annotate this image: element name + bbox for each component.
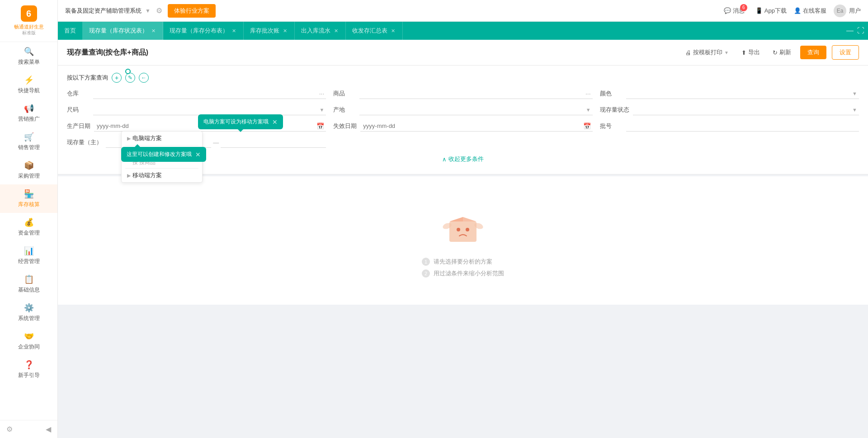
hint-num-1: 1	[422, 258, 430, 266]
batch-input[interactable]	[626, 121, 859, 131]
tabbar: 首页 现存量（库存状况表） ✕ 现存量（库存分布表） ✕ 库存批次账 ✕ 出入库…	[58, 22, 868, 40]
tab-close-inventory-status[interactable]: ✕	[151, 27, 156, 35]
exp-date-cal-icon[interactable]: 📅	[581, 122, 593, 130]
tab-close-inventory-dist[interactable]: ✕	[231, 27, 237, 35]
scheme-desktop-item[interactable]: ▶ 电脑端方案	[122, 132, 202, 145]
sidebar-item-inventory[interactable]: 🏪 库存核算	[0, 184, 57, 213]
settings-footer-icon[interactable]: ⚙	[6, 425, 13, 433]
template-print-btn[interactable]: 🖨 按模板打印 ▼	[682, 47, 732, 58]
goods-input[interactable]	[359, 88, 584, 99]
empty-hints: 1 请先选择要分析的方案 2 用过滤条件来缩小分析范围	[422, 258, 504, 278]
tooltip-scheme-close[interactable]: ✕	[272, 118, 278, 126]
inv-status-input[interactable]	[633, 104, 850, 115]
trial-button[interactable]: 体验行业方案	[168, 4, 216, 18]
size-input[interactable]	[93, 104, 317, 115]
app-download-btn[interactable]: 📱 App下载	[755, 7, 787, 15]
warehouse-dots-icon[interactable]: ···	[317, 90, 326, 97]
collapse-icon: ∧	[442, 156, 447, 163]
tooltip-scheme: 电脑方案可设为移动方案哦 ✕	[198, 114, 283, 129]
refresh-btn[interactable]: ↻ 刷新	[769, 47, 795, 58]
tabbar-controls: — ⛶	[843, 27, 868, 35]
origin-input[interactable]	[359, 104, 584, 115]
size-arrow-icon[interactable]: ▼	[317, 107, 326, 113]
message-btn[interactable]: 💬 消息 6	[724, 7, 745, 15]
tab-close-in-out-flow[interactable]: ✕	[333, 27, 339, 35]
sidebar-item-enterprise[interactable]: 🤝 企业协同	[0, 327, 57, 355]
exp-date-input[interactable]	[360, 121, 581, 131]
sidebar-item-finance[interactable]: 💰 资金管理	[0, 213, 57, 241]
basic-icon: 📋	[24, 274, 34, 284]
prod-date-cal-icon[interactable]: 📅	[315, 122, 326, 130]
system-dropdown-arrow[interactable]: ▼	[145, 8, 151, 14]
sidebar-item-marketing[interactable]: 📢 营销推广	[0, 99, 57, 127]
sidebar-item-operations[interactable]: 📊 经营管理	[0, 241, 57, 270]
tooltip-scheme-text: 电脑方案可设为移动方案哦	[203, 118, 269, 126]
page-header: 现存量查询(按仓库+商品) 🖨 按模板打印 ▼ ⬆ 导出 ↻ 刷新 查询 设置	[58, 40, 868, 66]
color-input-wrapper: ▼	[626, 88, 859, 99]
sidebar-label-guide: 新手引导	[18, 372, 40, 379]
sidebar-label-basic: 基础信息	[18, 286, 40, 294]
print-dropdown-icon: ▼	[724, 50, 729, 55]
empty-state: 1 请先选择要分析的方案 2 用过滤条件来缩小分析范围	[58, 176, 868, 305]
user-btn[interactable]: Ea 用户	[834, 5, 861, 17]
query-button[interactable]: 查询	[800, 46, 826, 59]
inv-qty-max-input[interactable]	[221, 137, 326, 148]
refresh-icon: ↻	[773, 49, 778, 56]
tooltip-create-close[interactable]: ✕	[195, 151, 201, 158]
sidebar-item-purchase[interactable]: 📦 采购管理	[0, 156, 57, 184]
warehouse-input[interactable]	[93, 88, 317, 99]
sidebar-item-sales[interactable]: 🛒 销售管理	[0, 127, 57, 156]
scheme-mobile-item[interactable]: ▶ 移动端方案	[122, 169, 202, 182]
filter-row-1: 仓库 ··· 商品 ··· 颜色	[67, 88, 859, 99]
color-arrow-icon[interactable]: ▼	[850, 91, 859, 96]
logo-icon: 6	[21, 5, 37, 22]
tab-batch-account[interactable]: 库存批次账 ✕	[244, 22, 295, 40]
add-scheme-btn[interactable]: +	[112, 73, 122, 83]
edit-scheme-btn[interactable]: ✎	[125, 73, 135, 83]
search-icon: 🔍	[24, 47, 34, 57]
inv-status-wrapper: ▼	[633, 104, 859, 115]
tab-expand-icon[interactable]: ⛶	[857, 27, 864, 35]
goods-dots-icon[interactable]: ···	[584, 90, 593, 97]
sidebar-label-quick: 快捷导航	[18, 87, 40, 94]
sidebar-logo: 6 畅通道好生意 标准版	[0, 0, 57, 42]
sidebar-item-basic[interactable]: 📋 基础信息	[0, 270, 57, 298]
tab-home[interactable]: 首页	[58, 22, 83, 40]
filter-field-origin: 产地 ▼	[333, 104, 592, 115]
reset-button[interactable]: 设置	[832, 45, 859, 60]
size-label: 尺码	[67, 106, 90, 114]
tab-close-batch-account[interactable]: ✕	[282, 27, 288, 35]
filter-field-size: 尺码 ▼	[67, 104, 326, 115]
inv-status-arrow-icon[interactable]: ▼	[850, 107, 859, 113]
tab-close-collect-send[interactable]: ✕	[390, 27, 396, 35]
sidebar-label-operations: 经营管理	[18, 258, 40, 265]
topbar-settings-icon[interactable]: ⚙	[156, 6, 162, 15]
tab-inventory-status[interactable]: 现存量（库存状况表） ✕	[83, 22, 163, 40]
origin-arrow-icon[interactable]: ▼	[584, 107, 593, 113]
tab-inventory-dist[interactable]: 现存量（库存分布表） ✕	[163, 22, 244, 40]
back-scheme-btn[interactable]: ←	[139, 73, 149, 83]
sidebar-footer: ⚙ ◀	[0, 420, 57, 438]
hint-text-2: 用过滤条件来缩小分析范围	[434, 269, 504, 278]
sidebar-item-guide[interactable]: ❓ 新手引导	[0, 355, 57, 384]
collapse-sidebar-icon[interactable]: ◀	[46, 425, 51, 433]
tab-in-out-flow[interactable]: 出入库流水 ✕	[295, 22, 346, 40]
tab-minimize-icon[interactable]: —	[846, 27, 854, 35]
user-name: 用户	[849, 7, 861, 15]
sidebar-item-search[interactable]: 🔍 搜索菜单	[0, 42, 57, 71]
filter-area: 按以下方案查询 + ✎ ← 电脑方案可设为移动方案哦 ✕ 这里可以创建和修改方案…	[58, 66, 868, 174]
inv-qty-separator: —	[213, 139, 219, 146]
svg-rect-0	[449, 221, 476, 242]
scheme-desktop-label: 电脑端方案	[132, 134, 197, 142]
scheme-desktop-arrow: ▶	[127, 136, 131, 141]
tab-collect-send[interactable]: 收发存汇总表 ✕	[346, 22, 403, 40]
quick-icon: ⚡	[24, 75, 34, 85]
color-input[interactable]	[626, 88, 850, 99]
tooltip-create-text: 这里可以创建和修改方案哦	[127, 151, 192, 158]
sidebar-item-quick[interactable]: ⚡ 快捷导航	[0, 71, 57, 99]
message-icon: 💬	[724, 7, 731, 14]
online-service-btn[interactable]: 👤 在线客服	[794, 7, 826, 15]
sidebar-item-system[interactable]: ⚙️ 系统管理	[0, 298, 57, 327]
export-btn[interactable]: ⬆ 导出	[738, 47, 764, 58]
collapse-label: 收起更多条件	[448, 155, 484, 163]
